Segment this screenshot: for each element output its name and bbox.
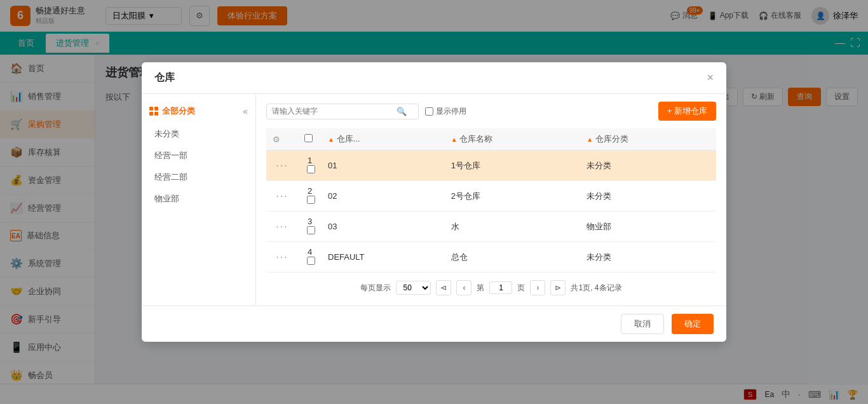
table-panel: 🔍 显示停用 + 新增仓库 ⚙ (256, 94, 726, 306)
cell-name: 总仓 (445, 242, 581, 273)
category-item-property[interactable]: 物业部 (142, 188, 255, 210)
page-last-button[interactable]: ⊳ (550, 280, 566, 295)
select-all-checkbox[interactable] (304, 134, 313, 142)
svg-rect-3 (154, 112, 158, 116)
warehouse-modal: 仓库 × 全部分类 « (142, 62, 726, 342)
page-input[interactable] (489, 281, 512, 294)
page-label: 第 (477, 283, 484, 293)
row-actions-icon[interactable]: ··· (276, 160, 288, 171)
modal-body: 全部分类 « 未分类 经营一部 经营二部 物业部 🔍 (142, 94, 726, 306)
page-first-button[interactable]: ⊲ (436, 280, 451, 295)
cell-code: DEFAULT (322, 242, 445, 273)
table-header-row: ⚙ ▲ 仓库... ▲ 仓库名称 (266, 128, 716, 151)
row-actions-icon[interactable]: ··· (276, 191, 288, 201)
cell-index: 3 (298, 212, 322, 242)
cancel-button[interactable]: 取消 (621, 314, 664, 334)
show-disabled-wrap: 显示停用 (425, 106, 466, 117)
category-panel: 全部分类 « 未分类 经营一部 经营二部 物业部 (142, 94, 256, 306)
th-name: ▲ 仓库名称 (445, 128, 581, 151)
cell-category: 未分类 (580, 242, 716, 273)
table-wrapper: ⚙ ▲ 仓库... ▲ 仓库名称 (266, 128, 716, 273)
cell-code: 01 (322, 151, 445, 181)
page-suffix: 页 (517, 283, 525, 293)
modal-header: 仓库 × (142, 62, 726, 94)
th-category-label: 仓库分类 (595, 134, 628, 144)
row-actions-icon[interactable]: ··· (276, 252, 288, 262)
svg-rect-0 (149, 107, 153, 111)
modal-overlay: 仓库 × 全部分类 « (0, 0, 868, 404)
cell-category: 未分类 (580, 181, 716, 212)
category-header: 全部分类 « (142, 102, 255, 123)
add-warehouse-button[interactable]: + 新增仓库 (658, 102, 716, 121)
cell-code: 03 (322, 212, 445, 242)
category-title-text: 全部分类 (162, 105, 195, 117)
page-next-button[interactable]: › (530, 280, 545, 295)
cell-name: 2号仓库 (445, 181, 581, 212)
table-row: ··· 4 DEFAULT 总仓 未分类 (266, 242, 716, 273)
pagination: 每页显示 50 100 200 ⊲ ‹ 第 页 › ⊳ 共1页, 4条记录 (266, 273, 716, 298)
per-page-select[interactable]: 50 100 200 (396, 281, 431, 295)
table-body: ··· 1 01 1号仓库 未分类 ··· 2 02 2号仓库 未分类 ··· … (266, 151, 716, 273)
th-category: ▲ 仓库分类 (580, 128, 716, 151)
modal-title: 仓库 (154, 71, 175, 84)
total-info: 共1页, 4条记录 (571, 283, 621, 293)
table-row: ··· 3 03 水 物业部 (266, 212, 716, 242)
confirm-button[interactable]: 确定 (672, 314, 714, 334)
cell-name: 1号仓库 (445, 151, 581, 181)
svg-rect-2 (149, 112, 153, 116)
table-toolbar: 🔍 显示停用 + 新增仓库 (266, 102, 716, 121)
collapse-button[interactable]: « (243, 106, 248, 116)
cell-actions[interactable]: ··· (266, 212, 298, 242)
table-row: ··· 2 02 2号仓库 未分类 (266, 181, 716, 212)
row-actions-icon[interactable]: ··· (276, 221, 288, 232)
cell-actions[interactable]: ··· (266, 181, 298, 212)
show-disabled-label: 显示停用 (436, 106, 466, 117)
category-item-op1[interactable]: 经营一部 (142, 145, 255, 166)
show-disabled-checkbox[interactable] (425, 107, 433, 116)
th-code: ▲ 仓库... (322, 128, 445, 151)
cell-code: 02 (322, 181, 445, 212)
th-code-label: 仓库... (337, 134, 360, 144)
cell-category: 未分类 (580, 151, 716, 181)
cell-actions[interactable]: ··· (266, 242, 298, 273)
search-icon: 🔍 (397, 107, 407, 116)
per-page-label: 每页显示 (360, 283, 391, 293)
category-title-block: 全部分类 (149, 105, 195, 117)
grid-icon (149, 107, 158, 116)
th-settings: ⚙ (266, 128, 298, 151)
warehouse-table: ⚙ ▲ 仓库... ▲ 仓库名称 (266, 128, 716, 273)
row-checkbox[interactable] (307, 196, 315, 204)
page-prev-button[interactable]: ‹ (456, 280, 471, 295)
cell-index: 2 (298, 181, 322, 212)
category-item-op2[interactable]: 经营二部 (142, 166, 255, 188)
row-checkbox[interactable] (307, 165, 315, 173)
cell-category: 物业部 (580, 212, 716, 242)
cell-actions[interactable]: ··· (266, 151, 298, 181)
search-input[interactable] (272, 107, 393, 116)
modal-footer: 取消 确定 (142, 306, 726, 342)
search-input-wrap: 🔍 (266, 104, 419, 119)
cell-index: 1 (298, 151, 322, 181)
table-row: ··· 1 01 1号仓库 未分类 (266, 151, 716, 181)
modal-close-button[interactable]: × (707, 71, 714, 84)
th-checkbox (298, 128, 322, 151)
cell-name: 水 (445, 212, 581, 242)
cell-index: 4 (298, 242, 322, 273)
row-checkbox[interactable] (307, 226, 315, 234)
table-head: ⚙ ▲ 仓库... ▲ 仓库名称 (266, 128, 716, 151)
category-item-unclassified[interactable]: 未分类 (142, 123, 255, 145)
th-name-label: 仓库名称 (459, 134, 492, 144)
row-checkbox[interactable] (307, 257, 315, 265)
svg-rect-1 (154, 107, 158, 111)
